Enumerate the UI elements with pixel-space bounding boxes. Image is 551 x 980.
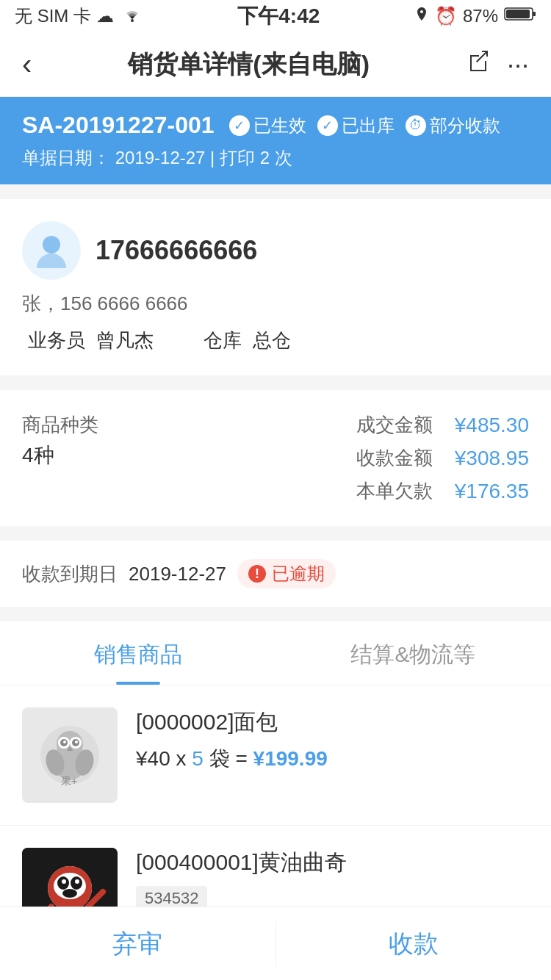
due-date-label: 收款到期日	[22, 561, 118, 587]
print-suffix: 次	[275, 148, 292, 167]
badge-activated: ✓ 已生效	[229, 114, 306, 137]
badge-shipped: ✓ 已出库	[317, 114, 395, 137]
tab-sales-label: 销售商品	[94, 642, 182, 666]
clock-icon: ⏱	[406, 115, 426, 136]
tab-settlement-label: 结算&物流等	[350, 642, 475, 666]
product-name-2: [000400001]黄油曲奇	[136, 848, 529, 878]
tabs-header: 销售商品 结算&物流等	[0, 621, 551, 685]
order-header: SA-20191227-001 ✓ 已生效 ✓ 已出库 ⏱ 部分收款 单据日期：…	[0, 97, 551, 184]
svg-rect-2	[533, 12, 536, 16]
collected-amount: ¥308.95	[455, 447, 529, 470]
product-thumb-1: 果+	[22, 707, 118, 803]
product-unit-price-1: ¥40	[136, 747, 170, 770]
product-item-1: 果+ [0000002]面包 ¥40 x 5 袋 = ¥199.99	[0, 685, 551, 826]
print-label: | 打印	[210, 148, 255, 167]
debt-label: 本单欠款	[356, 478, 433, 504]
order-date: 单据日期： 2019-12-27 | 打印 2 次	[22, 146, 529, 170]
svg-rect-3	[506, 10, 530, 18]
status-right: ⏰ 87%	[414, 6, 536, 26]
product-name-1: [0000002]面包	[136, 707, 529, 738]
debt-row: 本单欠款 ¥176.35	[356, 478, 529, 504]
share-button[interactable]	[466, 48, 492, 81]
category-count: 4种	[22, 442, 98, 469]
product-total-1: ¥199.99	[253, 747, 328, 770]
nav-bar: ‹ 销货单详情(来自电脑) ···	[0, 32, 551, 97]
nav-left: ‹	[22, 48, 32, 81]
battery-text: 87%	[463, 6, 498, 26]
nav-right: ···	[466, 48, 529, 81]
check-icon-1: ✓	[229, 115, 250, 136]
warehouse-value: 总仓	[253, 329, 291, 351]
customer-sub: 张，156 6666 6666	[22, 291, 529, 317]
customer-top: 17666666666	[22, 221, 529, 280]
collected-row: 收款金额 ¥308.95	[356, 445, 529, 471]
collected-label: 收款金额	[356, 445, 433, 471]
location-icon	[414, 6, 429, 26]
svg-point-4	[43, 236, 60, 253]
signal-text: 无 SIM 卡 ☁	[15, 4, 114, 28]
due-section: 收款到期日 2019-12-27 ! 已逾期	[0, 541, 551, 607]
svg-point-26	[62, 889, 77, 898]
badge-partial: ⏱ 部分收款	[406, 114, 500, 137]
sales-person-label: 业务员	[28, 329, 85, 351]
cancel-button[interactable]: 弃审	[0, 907, 276, 980]
overdue-badge: ! 已逾期	[237, 559, 336, 588]
stats-section: 商品种类 4种 成交金额 ¥485.30 收款金额 ¥308.95 本单欠款 ¥…	[0, 390, 551, 526]
status-badges: ✓ 已生效 ✓ 已出库 ⏱ 部分收款	[229, 114, 500, 137]
product-price-1: ¥40 x 5 袋 = ¥199.99	[136, 745, 529, 773]
bottom-bar: 弃审 收款	[0, 907, 551, 980]
confirm-button[interactable]: 收款	[276, 907, 552, 980]
wifi-icon	[121, 6, 143, 26]
due-date-value: 2019-12-27	[129, 563, 226, 586]
status-bar: 无 SIM 卡 ☁ 下午4:42 ⏰ 87%	[0, 0, 551, 32]
product-multiply-1: x	[176, 747, 192, 770]
date-value: 2019-12-27	[115, 148, 206, 167]
transaction-row: 成交金额 ¥485.30	[356, 412, 529, 438]
print-count-value: 2	[260, 148, 270, 167]
svg-point-0	[131, 19, 134, 22]
transaction-amount: ¥485.30	[455, 414, 529, 437]
customer-id: 17666666666	[96, 235, 257, 266]
warehouse: 仓库 总仓	[198, 328, 291, 353]
svg-text:果+: 果+	[61, 775, 77, 787]
overdue-icon: !	[248, 565, 266, 583]
product-unit-1: 袋	[209, 747, 230, 770]
category-label: 商品种类	[22, 412, 98, 438]
product-equals-1: =	[235, 747, 253, 770]
badge-partial-label: 部分收款	[430, 114, 500, 137]
tab-sales-products[interactable]: 销售商品	[0, 621, 276, 685]
status-left: 无 SIM 卡 ☁	[15, 4, 143, 28]
order-id: SA-20191227-001	[22, 112, 215, 139]
badge-shipped-label: 已出库	[342, 114, 395, 137]
avatar	[22, 221, 81, 280]
battery-icon	[504, 6, 536, 26]
page-title: 销货单详情(来自电脑)	[128, 48, 370, 82]
more-button[interactable]: ···	[507, 49, 529, 80]
stats-left: 商品种类 4种	[22, 412, 98, 469]
back-button[interactable]: ‹	[22, 48, 32, 81]
date-label: 单据日期：	[22, 148, 110, 167]
check-icon-2: ✓	[317, 115, 338, 136]
svg-point-12	[63, 741, 66, 743]
debt-amount: ¥176.35	[455, 480, 529, 503]
svg-point-24	[62, 879, 66, 884]
overdue-text: 已逾期	[272, 562, 325, 586]
transaction-label: 成交金额	[356, 412, 433, 438]
stats-right: 成交金额 ¥485.30 收款金额 ¥308.95 本单欠款 ¥176.35	[356, 412, 529, 504]
tab-settlement[interactable]: 结算&物流等	[276, 621, 551, 685]
customer-info: 业务员 曾凡杰 仓库 总仓	[22, 328, 529, 353]
svg-point-13	[75, 741, 78, 743]
status-time: 下午4:42	[237, 2, 320, 30]
order-header-top: SA-20191227-001 ✓ 已生效 ✓ 已出库 ⏱ 部分收款	[22, 112, 529, 139]
alarm-icon: ⏰	[435, 6, 457, 26]
sales-person: 业务员 曾凡杰	[22, 328, 154, 353]
svg-point-25	[75, 879, 79, 884]
warehouse-label: 仓库	[204, 329, 242, 351]
product-qty-1: 5	[192, 747, 204, 770]
badge-activated-label: 已生效	[253, 114, 306, 137]
sales-person-value: 曾凡杰	[96, 329, 154, 351]
customer-section: 17666666666 张，156 6666 6666 业务员 曾凡杰 仓库 总…	[0, 199, 551, 375]
product-info-1: [0000002]面包 ¥40 x 5 袋 = ¥199.99	[136, 707, 529, 773]
